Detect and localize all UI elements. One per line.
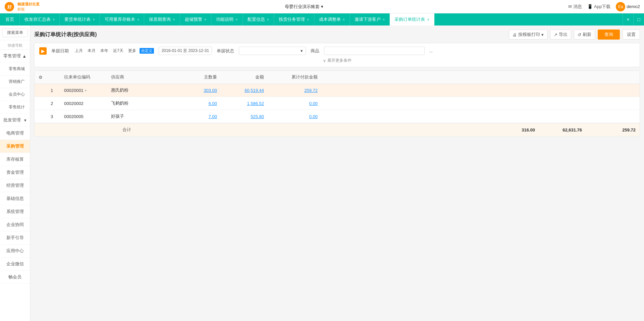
sidebar-item-newbie[interactable]: 新手引导 — [0, 231, 30, 245]
sidebar-search-section: 搜索菜单 — [0, 25, 30, 40]
sidebar-item-retail[interactable]: 零售管理 ▲ — [0, 50, 30, 63]
row-3-paid[interactable]: 0.00 — [268, 110, 322, 123]
sidebar-item-business[interactable]: 经营管理 — [0, 179, 30, 192]
tab-invite-down[interactable]: 邀请下游客户 × — [350, 13, 390, 25]
row-2-code: 00020002 — [60, 97, 107, 110]
sidebar-item-ecommerce[interactable]: 电商管理 — [0, 127, 30, 140]
download-icon: 📱 — [587, 4, 593, 9]
refresh-button[interactable]: ↺ 刷新 — [574, 30, 595, 40]
footer-qty: 316.00 — [495, 127, 535, 132]
more-filters-icon[interactable]: ... — [429, 49, 433, 53]
sidebar-item-system[interactable]: 系统管理 — [0, 205, 30, 218]
row-3-qty[interactable]: 7.00 — [181, 110, 221, 123]
row-3-supplier: 好孩子 — [107, 110, 181, 123]
sidebar-item-member[interactable]: 会员中心 — [0, 88, 30, 101]
date-opt-last-month[interactable]: 上月 — [73, 47, 84, 54]
tab-function-desc[interactable]: 功能说明 × — [211, 13, 243, 25]
arrow-right-icon: ▶ — [41, 48, 45, 54]
printer-icon: 🖨 — [513, 32, 517, 37]
status-select[interactable]: ▾ — [239, 47, 306, 55]
row-2-paid[interactable]: 0.00 — [268, 97, 322, 110]
sidebar-item-enterprise[interactable]: 企业协同 — [0, 218, 30, 231]
sidebar-item-purchase[interactable]: 采购管理 — [0, 140, 30, 153]
user-profile[interactable]: Ea demo2 — [616, 2, 640, 11]
close-tab-income-summary[interactable]: × — [53, 17, 55, 21]
row-2-amount[interactable]: 1,586.52 — [221, 97, 268, 110]
expand-more-button[interactable]: ∨ 展开更多条件 — [323, 58, 352, 63]
date-opt-more[interactable]: 更多 — [127, 47, 138, 54]
tab-cost-adjust[interactable]: 成本调整单 × — [314, 13, 350, 25]
row-1-qty[interactable]: 303.00 — [181, 84, 221, 97]
row-2-qty[interactable]: 6.00 — [181, 97, 221, 110]
close-tab-pick-task[interactable]: × — [307, 17, 309, 21]
settings-button[interactable]: 设置 — [623, 30, 640, 40]
row-2-no: 2 — [47, 97, 60, 110]
app-download-button[interactable]: 📱 App下载 — [587, 4, 610, 10]
logo-text: 畅捷通好生意 标版 — [17, 2, 40, 12]
filter-toggle-button[interactable]: ▶ — [39, 47, 47, 55]
workspace-selector[interactable]: 母婴行业演示账套 ▾ — [282, 4, 326, 10]
close-tab-order-summary[interactable]: × — [93, 17, 95, 21]
col-header-gear[interactable]: ⚙ — [35, 71, 47, 84]
tab-order-summary[interactable]: 要货单统计表 × — [60, 13, 100, 25]
sidebar-item-wechat[interactable]: 企业微信 — [0, 258, 30, 271]
row-3-amount[interactable]: 525.80 — [221, 110, 268, 123]
sidebar-item-vip[interactable]: 畅会员 — [0, 271, 30, 284]
export-button[interactable]: ↗ 导出 — [550, 30, 571, 40]
close-tab-warranty[interactable]: × — [173, 17, 175, 21]
main-layout: 搜索菜单 快捷导航 零售管理 ▲ 零售商城 营销推广 会员中心 零售统计 批发管… — [0, 25, 644, 321]
tab-purchase-summary[interactable]: 采购订单统计表 × — [390, 13, 434, 25]
close-tab-function-desc[interactable]: × — [235, 17, 237, 21]
sidebar-item-retail-mall[interactable]: 零售商城 — [0, 63, 30, 75]
sidebar-item-wholesale[interactable]: 批发管理 ▾ — [0, 114, 30, 127]
arrow-down-icon: ▾ — [85, 89, 87, 92]
nav-tabs-end: × □ — [623, 13, 644, 25]
row-1-amount[interactable]: 60,519.44 — [221, 84, 268, 97]
goods-filter-label: 商品 — [311, 48, 319, 54]
table-body: 1 00020001 ▾ 惠氏奶粉 303.00 60,519.44 259.7… — [35, 84, 640, 123]
maximize-window-button[interactable]: □ — [633, 13, 644, 25]
row-1-gear — [35, 84, 47, 97]
tab-avail-stock[interactable]: 可用量库存账本 × — [100, 13, 144, 25]
date-opt-this-year[interactable]: 本年 — [99, 47, 110, 54]
message-button[interactable]: ✉ 消息 — [568, 4, 582, 10]
close-tab-overstock[interactable]: × — [204, 17, 206, 21]
search-menu-button[interactable]: 搜索菜单 — [2, 28, 28, 37]
top-bar: 好 畅捷通好生意 标版 母婴行业演示账套 ▾ ✉ 消息 📱 App下载 Ea d… — [0, 0, 644, 13]
close-tab-purchase-summary[interactable]: × — [427, 17, 429, 21]
close-tab-cost-adjust[interactable]: × — [343, 17, 345, 21]
tab-income-summary[interactable]: 收发存汇总表 × — [20, 13, 60, 25]
sidebar-item-basic[interactable]: 基础信息 — [0, 192, 30, 205]
goods-input[interactable] — [324, 47, 425, 55]
footer-label: 合计 — [122, 127, 196, 133]
date-range-display[interactable]: 2016-01-01 至 2023-12-31 — [159, 47, 212, 55]
tab-config-info[interactable]: 配置信息 × — [243, 13, 274, 25]
close-window-button[interactable]: × — [623, 13, 633, 25]
query-button[interactable]: 查询 — [598, 30, 620, 40]
row-2-gear — [35, 97, 47, 110]
sidebar-item-retail-stats[interactable]: 零售统计 — [0, 101, 30, 114]
table-row: 1 00020001 ▾ 惠氏奶粉 303.00 60,519.44 259.7… — [35, 84, 640, 97]
template-print-button[interactable]: 🖨 按模板打印 ▾ — [509, 30, 547, 40]
row-1-supplier: 惠氏奶粉 — [107, 84, 181, 97]
sidebar-item-marketing[interactable]: 营销推广 — [0, 75, 30, 88]
tab-warranty[interactable]: 保质期查询 × — [144, 13, 180, 25]
data-table-wrap: ⚙ 往来单位编码 供应商 主数量 金额 累计付款金额 1 — [34, 70, 640, 137]
row-1-paid[interactable]: 259.72 — [268, 84, 322, 97]
close-tab-config-info[interactable]: × — [267, 17, 269, 21]
sidebar-item-app-center[interactable]: 应用中心 — [0, 245, 30, 258]
sidebar-item-finance[interactable]: 资金管理 — [0, 166, 30, 179]
tab-home[interactable]: 首页 — [0, 13, 20, 25]
sidebar-item-inventory[interactable]: 库存核算 — [0, 153, 30, 166]
tab-overstock[interactable]: 超储预警 × — [180, 13, 211, 25]
page-title: 采购订单统计表(按供应商) — [34, 31, 97, 38]
close-tab-invite-down[interactable]: × — [383, 17, 385, 21]
status-filter-label: 单据状态 — [217, 48, 234, 54]
col-header-extra — [322, 71, 640, 84]
date-opt-7days[interactable]: 近7天 — [112, 47, 125, 54]
close-tab-avail-stock[interactable]: × — [137, 17, 139, 21]
date-opt-this-month[interactable]: 本月 — [86, 47, 97, 54]
filter-bar: ▶ 单据日期 上月 本月 本年 近7天 更多 自定义 2016-01-01 至 … — [34, 43, 640, 67]
table-row: 2 00020002 飞鹤奶粉 6.00 1,586.52 0.00 — [35, 97, 640, 110]
tab-pick-task[interactable]: 拣货任务管理 × — [274, 13, 314, 25]
